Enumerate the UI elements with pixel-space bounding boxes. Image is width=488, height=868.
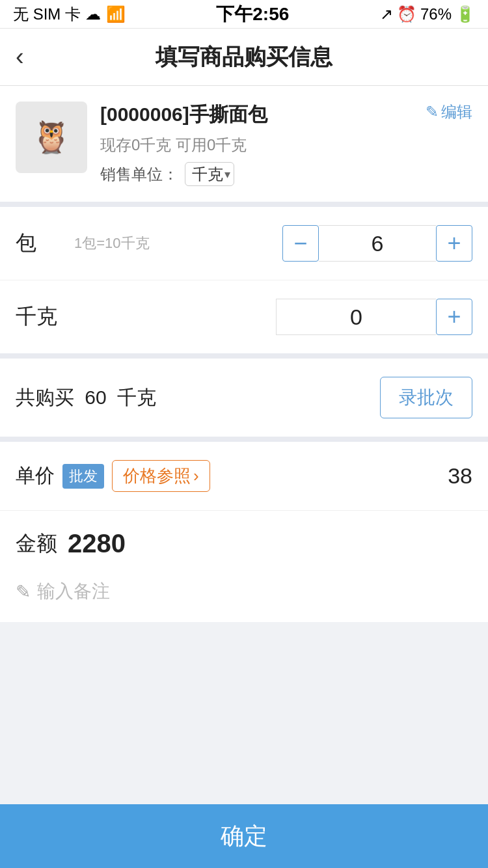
form-section: 包 1包=10千克 − + 千克 +: [0, 207, 488, 359]
product-section: 🦉 [0000006]手撕面包 现存0千克 可用0千克 销售单位： 千克 ✎ 编…: [0, 86, 488, 207]
price-ref-label: 价格参照: [123, 465, 191, 487]
product-stock: 现存0千克 可用0千克: [100, 135, 472, 156]
form-row-bao: 包 1包=10千克 − +: [0, 207, 488, 280]
content-spacer: [0, 622, 488, 804]
edit-button[interactable]: ✎ 编辑: [426, 102, 472, 122]
product-info: [0000006]手撕面包 现存0千克 可用0千克 销售单位： 千克: [100, 102, 472, 186]
kg-increment-button[interactable]: +: [436, 299, 472, 335]
battery-icon: 🔋: [455, 5, 475, 23]
amount-value: 2280: [68, 529, 126, 558]
status-right: ↗ ⏰ 76% 🔋: [380, 5, 475, 23]
confirm-button[interactable]: 确定: [0, 804, 488, 868]
sim-status: 无 SIM 卡 ☁: [13, 4, 101, 25]
note-placeholder: 输入备注: [37, 579, 110, 604]
status-left: 无 SIM 卡 ☁ 📶: [13, 4, 126, 25]
pencil-icon: ✎: [16, 581, 31, 603]
amount-row: 金额 2280: [16, 529, 472, 558]
summary-text: 共购买 60 千克: [16, 385, 380, 411]
bao-label: 包: [16, 229, 68, 258]
note-row[interactable]: ✎ 输入备注: [16, 569, 472, 622]
bao-increment-button[interactable]: +: [436, 225, 472, 262]
price-value: 38: [448, 463, 472, 489]
form-row-kg: 千克 +: [0, 280, 488, 353]
bao-input-group: − +: [282, 225, 472, 262]
wifi-icon: 📶: [106, 5, 126, 23]
bao-decrement-button[interactable]: −: [282, 225, 319, 262]
kg-input-group: +: [276, 299, 472, 335]
alarm-icon: ⏰: [397, 5, 416, 23]
price-label: 单价: [16, 463, 55, 489]
bao-sublabel: 1包=10千克: [74, 234, 282, 253]
location-icon: ↗: [380, 5, 393, 23]
product-thumbnail: 🦉: [16, 102, 87, 173]
back-button[interactable]: ‹: [16, 43, 24, 71]
product-name: [0000006]手撕面包: [100, 102, 472, 128]
edit-icon: ✎: [426, 103, 439, 121]
price-section: 单价 批发 价格参照 › 38: [0, 442, 488, 511]
summary-unit: 千克: [117, 387, 156, 408]
summary-amount: 60: [85, 387, 106, 408]
price-type-badge: 批发: [62, 464, 104, 489]
unit-dropdown-wrap[interactable]: 千克: [185, 162, 234, 186]
unit-select[interactable]: 千克: [185, 162, 234, 186]
status-time: 下午2:56: [216, 2, 289, 27]
summary-section: 共购买 60 千克 录批次: [0, 359, 488, 442]
summary-prefix: 共购买: [16, 387, 74, 408]
bao-qty-input[interactable]: [319, 225, 436, 262]
price-ref-arrow-icon: ›: [193, 466, 199, 486]
amount-section: 金额 2280 ✎ 输入备注: [0, 511, 488, 622]
product-unit-row: 销售单位： 千克: [100, 162, 472, 186]
battery-level: 76%: [420, 5, 452, 23]
unit-label: 销售单位：: [100, 164, 178, 185]
status-bar: 无 SIM 卡 ☁ 📶 下午2:56 ↗ ⏰ 76% 🔋: [0, 0, 488, 29]
nav-bar: ‹ 填写商品购买信息: [0, 29, 488, 86]
amount-label: 金额: [16, 530, 57, 558]
product-logo-icon: 🦉: [32, 119, 71, 156]
kg-qty-input[interactable]: [276, 299, 436, 335]
batch-button[interactable]: 录批次: [380, 377, 472, 418]
price-ref-button[interactable]: 价格参照 ›: [112, 460, 210, 492]
page-title: 填写商品购买信息: [156, 42, 332, 72]
kg-label: 千克: [16, 303, 68, 331]
